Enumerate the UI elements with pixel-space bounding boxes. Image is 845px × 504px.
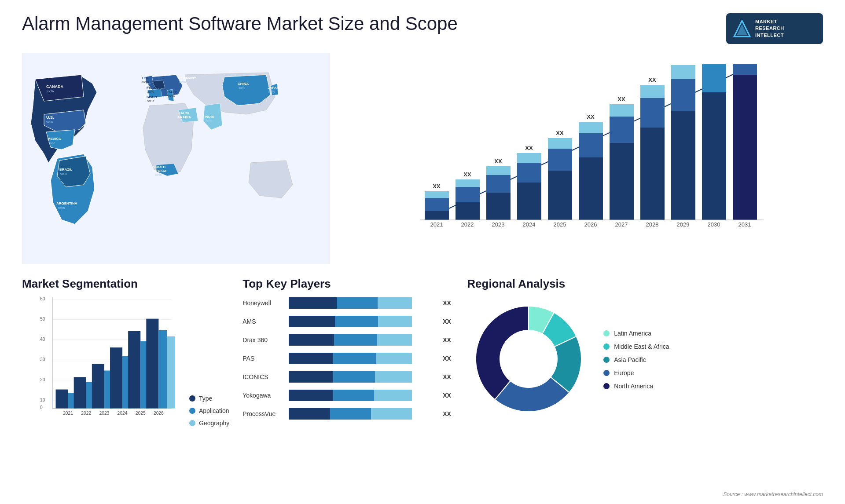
player-row: AMSXX bbox=[242, 316, 454, 327]
player-bar-segment bbox=[289, 390, 333, 401]
player-xx-label: XX bbox=[443, 336, 454, 343]
svg-rect-57 bbox=[548, 171, 572, 220]
map-svg: CANADA xx% U.S. xx% MEXICO xx% BRAZIL xx… bbox=[22, 53, 330, 264]
player-name: Yokogawa bbox=[242, 392, 284, 399]
regional-legend-label: Asia Pacific bbox=[614, 356, 646, 363]
svg-text:2027: 2027 bbox=[615, 221, 628, 228]
svg-rect-62 bbox=[579, 157, 603, 220]
player-bar-segment bbox=[330, 408, 371, 420]
donut-svg bbox=[467, 297, 590, 420]
svg-rect-58 bbox=[548, 149, 572, 171]
page-header: Alarm Management Software Market Size an… bbox=[22, 13, 823, 44]
source-text: Source : www.marketresearchintellect.com bbox=[723, 491, 823, 497]
svg-text:ARGENTINA: ARGENTINA bbox=[56, 201, 77, 205]
bar-chart: XX 2021 XX 2022 XX 2023 XX 2024 bbox=[343, 53, 823, 264]
player-bar-segment bbox=[335, 316, 378, 327]
svg-text:xx%: xx% bbox=[60, 172, 67, 176]
regional-legend-item: Middle East & Africa bbox=[603, 343, 669, 350]
donut-area: Latin AmericaMiddle East & AfricaAsia Pa… bbox=[467, 297, 823, 422]
top-section: CANADA xx% U.S. xx% MEXICO xx% BRAZIL xx… bbox=[22, 53, 823, 264]
svg-text:20: 20 bbox=[40, 377, 45, 382]
player-bar-segment bbox=[289, 371, 333, 383]
regional-title: Regional Analysis bbox=[467, 277, 823, 291]
player-bar-segment bbox=[289, 353, 333, 364]
svg-rect-68 bbox=[610, 117, 634, 143]
svg-text:XX: XX bbox=[617, 96, 625, 102]
svg-text:JAPAN: JAPAN bbox=[268, 86, 279, 90]
svg-rect-82 bbox=[702, 92, 726, 220]
svg-text:xx%: xx% bbox=[179, 80, 186, 84]
svg-text:SAUDI: SAUDI bbox=[178, 111, 189, 115]
svg-text:GERMANY: GERMANY bbox=[178, 76, 197, 80]
svg-rect-72 bbox=[640, 128, 665, 220]
svg-text:2021: 2021 bbox=[63, 411, 73, 416]
player-name: ProcessVue bbox=[242, 410, 284, 417]
bar-chart-svg: XX 2021 XX 2022 XX 2023 XX 2024 bbox=[352, 62, 814, 246]
player-bar-segment bbox=[378, 297, 412, 309]
player-row: HoneywellXX bbox=[242, 297, 454, 309]
svg-rect-73 bbox=[640, 98, 665, 128]
svg-rect-74 bbox=[640, 85, 665, 98]
svg-rect-127 bbox=[158, 330, 167, 409]
top-key-players: Top Key Players HoneywellXXAMSXXDrax 360… bbox=[242, 277, 454, 462]
svg-rect-78 bbox=[671, 79, 695, 111]
svg-text:2029: 2029 bbox=[677, 221, 690, 228]
svg-rect-83 bbox=[702, 64, 726, 92]
svg-text:xx%: xx% bbox=[179, 119, 186, 123]
svg-text:2030: 2030 bbox=[708, 221, 720, 228]
market-segmentation: Market Segmentation 60 50 40 30 20 10 0 bbox=[22, 277, 229, 462]
player-xx-label: XX bbox=[443, 318, 454, 325]
svg-rect-69 bbox=[610, 104, 634, 117]
svg-text:xx%: xx% bbox=[168, 94, 175, 98]
svg-rect-114 bbox=[92, 364, 104, 409]
geography-label: Geography bbox=[199, 420, 229, 427]
regional-legend-dot bbox=[603, 370, 610, 376]
svg-text:SOUTH: SOUTH bbox=[153, 165, 165, 169]
svg-text:2028: 2028 bbox=[646, 221, 659, 228]
bottom-section: Market Segmentation 60 50 40 30 20 10 0 bbox=[22, 277, 823, 462]
svg-rect-122 bbox=[128, 331, 140, 409]
player-bar-segment bbox=[333, 390, 374, 401]
player-bar-segment bbox=[333, 353, 375, 364]
svg-rect-128 bbox=[167, 336, 175, 409]
regional-legend-item: Europe bbox=[603, 369, 669, 376]
svg-text:U.K.: U.K. bbox=[142, 76, 149, 80]
svg-text:FRANCE: FRANCE bbox=[147, 86, 162, 90]
svg-text:XX: XX bbox=[556, 130, 564, 136]
player-bar-segment bbox=[378, 316, 412, 327]
svg-text:XX: XX bbox=[741, 62, 749, 62]
svg-rect-43 bbox=[456, 187, 480, 202]
player-name: ICONICS bbox=[242, 373, 284, 380]
svg-rect-77 bbox=[671, 111, 695, 220]
legend-geography: Geography bbox=[189, 420, 229, 427]
regional-legend-label: Europe bbox=[614, 369, 634, 376]
logo-text: MARKET RESEARCH INTELLECT bbox=[755, 18, 784, 39]
svg-rect-110 bbox=[74, 377, 86, 409]
svg-rect-59 bbox=[548, 138, 572, 149]
svg-text:2024: 2024 bbox=[118, 411, 128, 416]
svg-text:XX: XX bbox=[648, 77, 656, 83]
svg-text:xx%: xx% bbox=[268, 90, 275, 94]
svg-text:CANADA: CANADA bbox=[46, 84, 63, 89]
svg-text:ITALY: ITALY bbox=[167, 90, 177, 94]
players-list: HoneywellXXAMSXXDrax 360XXPASXXICONICSXX… bbox=[242, 297, 454, 420]
svg-text:XX: XX bbox=[587, 113, 595, 120]
svg-text:MEXICO: MEXICO bbox=[48, 137, 62, 141]
svg-text:INDIA: INDIA bbox=[205, 115, 214, 119]
player-bar-container bbox=[289, 408, 436, 420]
segmentation-chart-svg: 60 50 40 30 20 10 0 bbox=[40, 297, 180, 425]
player-xx-label: XX bbox=[443, 373, 454, 380]
legend-application: Application bbox=[189, 407, 229, 414]
regional-legend-label: Middle East & Africa bbox=[614, 343, 669, 350]
players-title: Top Key Players bbox=[242, 277, 454, 291]
player-row: PASXX bbox=[242, 353, 454, 364]
player-xx-label: XX bbox=[443, 392, 454, 399]
player-bar-container bbox=[289, 353, 436, 364]
svg-text:2023: 2023 bbox=[492, 221, 505, 228]
player-name: Drax 360 bbox=[242, 336, 284, 343]
player-bar-segment bbox=[333, 371, 375, 383]
player-name: PAS bbox=[242, 355, 284, 362]
regional-legend-item: Latin America bbox=[603, 330, 669, 337]
type-label: Type bbox=[199, 395, 212, 402]
svg-text:2022: 2022 bbox=[461, 221, 474, 228]
